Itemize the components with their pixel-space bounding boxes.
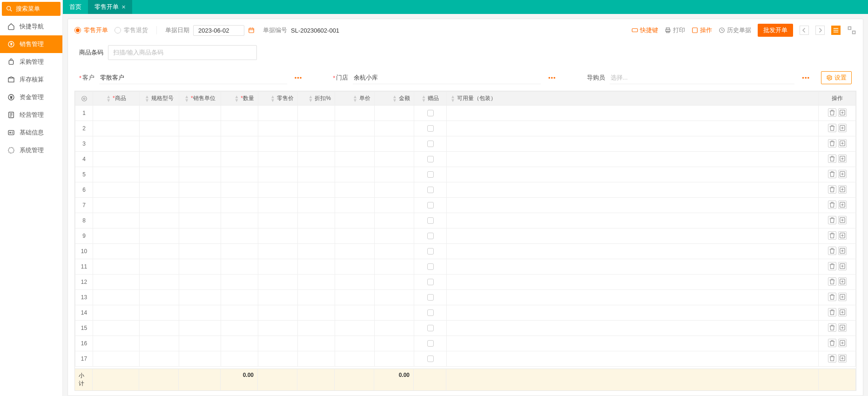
cell-qty[interactable]	[221, 351, 258, 367]
cell-unit-price[interactable]	[335, 198, 375, 213]
cell-product[interactable]	[93, 152, 140, 167]
cell-unit-price[interactable]	[335, 321, 375, 336]
cell-discount[interactable]	[298, 275, 335, 290]
cell-spec[interactable]	[140, 321, 179, 336]
cell-unit[interactable]	[179, 259, 221, 275]
cell-spec[interactable]	[140, 290, 179, 305]
add-row-button[interactable]	[838, 124, 847, 132]
cell-discount[interactable]	[298, 106, 335, 121]
delete-row-button[interactable]	[828, 247, 836, 255]
gift-checkbox[interactable]	[427, 248, 434, 255]
cell-unit-price[interactable]	[335, 106, 375, 121]
cell-product[interactable]	[93, 182, 140, 198]
cell-amount[interactable]	[375, 305, 414, 321]
col-gift[interactable]: ▲▼赠品	[414, 92, 447, 106]
cell-unit[interactable]	[179, 136, 221, 152]
table-row[interactable]: 1	[75, 106, 856, 121]
cell-product[interactable]	[93, 305, 140, 321]
close-icon[interactable]: ✕	[121, 4, 126, 10]
cell-gift[interactable]	[414, 351, 447, 367]
cell-unit[interactable]	[179, 275, 221, 290]
delete-row-button[interactable]	[828, 308, 836, 316]
cell-available[interactable]	[447, 244, 819, 259]
cell-discount[interactable]	[298, 182, 335, 198]
table-row[interactable]: 10	[75, 244, 856, 259]
cell-unit[interactable]	[179, 336, 221, 351]
product-table-wrap[interactable]: ▲▼*商品 ▲▼规格型号 ▲▼*销售单位 ▲▼*数量 ▲▼零售价 ▲▼折扣% ▲…	[74, 91, 856, 369]
settings-button[interactable]: 设置	[821, 71, 852, 84]
cell-unit-price[interactable]	[335, 213, 375, 228]
cell-product[interactable]	[93, 198, 140, 213]
cell-unit-price[interactable]	[335, 351, 375, 367]
table-row[interactable]: 16	[75, 336, 856, 351]
cell-retail-price[interactable]	[258, 182, 298, 198]
cell-available[interactable]	[447, 336, 819, 351]
cell-retail-price[interactable]	[258, 275, 298, 290]
cell-gift[interactable]	[414, 167, 447, 182]
shortcut-link[interactable]: 快捷键	[632, 26, 658, 34]
cell-retail-price[interactable]	[258, 305, 298, 321]
cell-available[interactable]	[447, 213, 819, 228]
cell-unit[interactable]	[179, 121, 221, 136]
cell-unit[interactable]	[179, 290, 221, 305]
cell-unit-price[interactable]	[335, 167, 375, 182]
cell-retail-price[interactable]	[258, 259, 298, 275]
cell-available[interactable]	[447, 275, 819, 290]
customer-more-icon[interactable]: •••	[292, 74, 305, 81]
cell-product[interactable]	[93, 228, 140, 244]
gift-checkbox[interactable]	[427, 110, 434, 116]
cell-unit-price[interactable]	[335, 121, 375, 136]
add-row-button[interactable]	[838, 201, 847, 209]
add-row-button[interactable]	[838, 216, 847, 224]
table-row[interactable]: 15	[75, 321, 856, 336]
cell-unit[interactable]	[179, 106, 221, 121]
table-row[interactable]: 3	[75, 136, 856, 152]
cell-available[interactable]	[447, 351, 819, 367]
prev-page-button[interactable]	[800, 26, 809, 35]
customer-lookup[interactable]: 零散客户	[99, 72, 287, 84]
cell-product[interactable]	[93, 136, 140, 152]
cell-gift[interactable]	[414, 305, 447, 321]
cell-gift[interactable]	[414, 152, 447, 167]
table-row[interactable]: 2	[75, 121, 856, 136]
cell-unit-price[interactable]	[335, 290, 375, 305]
cell-spec[interactable]	[140, 167, 179, 182]
add-row-button[interactable]	[838, 323, 847, 332]
cell-gift[interactable]	[414, 259, 447, 275]
gift-checkbox[interactable]	[427, 156, 434, 162]
col-available[interactable]: ▲▼可用量（包装）	[447, 92, 819, 106]
list-view-button[interactable]	[831, 26, 841, 35]
cell-amount[interactable]	[375, 244, 414, 259]
cell-discount[interactable]	[298, 321, 335, 336]
table-row[interactable]: 4	[75, 152, 856, 167]
cell-gift[interactable]	[414, 336, 447, 351]
cell-unit-price[interactable]	[335, 336, 375, 351]
cell-amount[interactable]	[375, 321, 414, 336]
guide-lookup[interactable]: 选择...	[610, 72, 795, 84]
cell-retail-price[interactable]	[258, 321, 298, 336]
gift-checkbox[interactable]	[427, 171, 434, 178]
cell-gift[interactable]	[414, 106, 447, 121]
radio-retail-return[interactable]: 零售退货	[114, 26, 148, 34]
cell-spec[interactable]	[140, 351, 179, 367]
col-amount[interactable]: ▲▼金额	[375, 92, 414, 106]
cell-discount[interactable]	[298, 136, 335, 152]
cell-retail-price[interactable]	[258, 167, 298, 182]
barcode-input[interactable]: 扫描/输入商品条码	[108, 45, 257, 60]
cell-retail-price[interactable]	[258, 106, 298, 121]
col-unit[interactable]: ▲▼*销售单位	[179, 92, 221, 106]
col-discount[interactable]: ▲▼折扣%	[298, 92, 335, 106]
cell-discount[interactable]	[298, 167, 335, 182]
table-row[interactable]: 7	[75, 198, 856, 213]
col-retail-price[interactable]: ▲▼零售价	[258, 92, 298, 106]
add-row-button[interactable]	[838, 247, 847, 255]
cell-discount[interactable]	[298, 305, 335, 321]
cell-qty[interactable]	[221, 305, 258, 321]
store-lookup[interactable]: 余杭小库	[353, 72, 541, 84]
delete-row-button[interactable]	[828, 170, 836, 178]
sidebar-item-5[interactable]: 经营管理	[0, 106, 62, 124]
cell-qty[interactable]	[221, 244, 258, 259]
cell-discount[interactable]	[298, 244, 335, 259]
gift-checkbox[interactable]	[427, 309, 434, 316]
cell-available[interactable]	[447, 136, 819, 152]
